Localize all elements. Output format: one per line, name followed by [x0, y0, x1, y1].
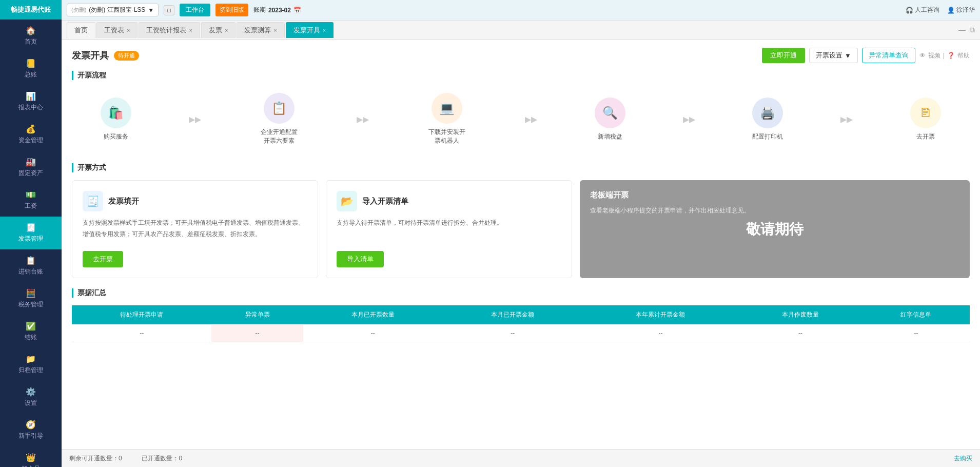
- tab-payroll-table-label: 工资表: [104, 26, 124, 35]
- val-abnormal: --: [211, 324, 303, 342]
- process-step-config[interactable]: 📋 企业开通配置开票六要素: [259, 93, 300, 145]
- tab-invoice-calc-label: 发票测算: [244, 26, 271, 35]
- sidebar-item-reports-label: 报表中心: [18, 103, 43, 112]
- dropdown-arrow-icon: ▼: [845, 52, 851, 60]
- minimize-button[interactable]: —: [958, 26, 966, 34]
- page-header: 发票开具 待开通 立即开通 开票设置 ▼ 异常清单查询 👁 视频 | ❓ 帮助: [72, 48, 970, 63]
- tab-payroll-table-close[interactable]: ×: [127, 27, 130, 33]
- issue-icon: 🖹: [910, 98, 941, 128]
- tab-home[interactable]: 首页: [67, 22, 95, 38]
- col-abnormal: 异常单票: [211, 305, 303, 324]
- tab-payroll-report-close[interactable]: ×: [189, 27, 192, 33]
- old-card-desc: 查看老板端小程序提交的开票申请，并作出相应处理意见。: [590, 205, 959, 217]
- tab-invoice-close[interactable]: ×: [225, 27, 228, 33]
- process-step-printer[interactable]: 🖨️ 配置打印机: [752, 98, 783, 141]
- tab-invoice-issue[interactable]: 发票开具 ×: [286, 22, 334, 38]
- period-info: 账期 2023-02 📅: [253, 6, 301, 14]
- import-invoice-button[interactable]: 导入清单: [337, 251, 384, 267]
- tab-home-label: 首页: [74, 26, 88, 35]
- sidebar-item-home-label: 首页: [25, 37, 37, 46]
- process-step-issue[interactable]: 🖹 去开票: [910, 98, 941, 141]
- summary-table: 待处理开票申请 异常单票 本月已开票数量 本月已开票金额 本年累计开票金额 本月…: [72, 305, 970, 342]
- sidebar-item-invoice[interactable]: 🧾 发票管理: [0, 217, 62, 249]
- import-invoice-desc: 支持导入待开票清单，可对待开票清单进行拆分、合并处理。: [337, 218, 561, 243]
- dropdown-icon: ▼: [148, 7, 154, 14]
- fill-invoice-title: 发票填开: [108, 197, 139, 206]
- import-invoice-card: 📂 导入开票清单 支持导入待开票清单，可对待开票清单进行拆分、合并处理。 导入清…: [326, 180, 572, 278]
- copy-button[interactable]: □: [164, 5, 174, 15]
- user-avatar[interactable]: 👤 徐泽华: [947, 6, 975, 14]
- sidebar-item-reports[interactable]: 📊 报表中心: [0, 85, 62, 118]
- arrow-4: ▶▶: [683, 114, 695, 124]
- ledger-icon: 📒: [26, 59, 36, 68]
- import-invoice-icon: 📂: [337, 191, 357, 211]
- tab-invoice-issue-close[interactable]: ×: [323, 27, 326, 33]
- tab-invoice[interactable]: 发票 ×: [201, 22, 236, 38]
- immediate-open-button[interactable]: 立即开通: [762, 48, 805, 63]
- taxbox-icon: 🔍: [595, 98, 625, 128]
- col-month-amount: 本月已开票金额: [443, 305, 582, 324]
- sidebar-item-settlement[interactable]: ✅ 结账: [0, 315, 62, 348]
- tab-invoice-issue-label: 发票开具: [293, 26, 320, 35]
- assets-icon: 🏭: [26, 157, 36, 167]
- sidebar-item-settings[interactable]: ⚙️ 设置: [0, 381, 62, 414]
- printer-label: 配置打印机: [752, 132, 783, 141]
- calendar-icon[interactable]: 📅: [293, 7, 301, 14]
- process-step-buy[interactable]: 🛍️ 购买服务: [101, 98, 131, 141]
- sidebar-item-funds[interactable]: 💰 资金管理: [0, 118, 62, 151]
- fill-invoice-button[interactable]: 去开票: [83, 251, 123, 267]
- sidebar-item-purchase[interactable]: 📋 进销台账: [0, 249, 62, 282]
- process-step-download[interactable]: 💻 下载并安装开票机器人: [426, 93, 467, 145]
- sidebar-item-payroll[interactable]: 💵 工资: [0, 184, 62, 217]
- fill-card-header: 🧾 发票填开: [83, 191, 307, 211]
- question-icon: ❓: [947, 52, 955, 59]
- topbar-left: (勿删) (勿删) 江西服宝-LSS ▼ □ 工作台 切到旧版 账期 2023-…: [67, 4, 301, 16]
- sidebar-item-ledger[interactable]: 📒 总账: [0, 52, 62, 85]
- download-label: 下载并安装开票机器人: [426, 128, 467, 145]
- col-pending: 待处理开票申请: [72, 305, 211, 324]
- restore-button[interactable]: ⧉: [970, 26, 975, 34]
- tab-invoice-calc[interactable]: 发票测算 ×: [237, 22, 284, 38]
- summary-data-row: -- -- -- -- -- -- --: [72, 324, 970, 342]
- used-label: 已开通数量：0: [142, 455, 182, 462]
- footer-bar: 剩余可开通数量：0 已开通数量：0 去购买: [62, 449, 980, 467]
- buy-link[interactable]: 去购买: [954, 454, 972, 463]
- sidebar-item-settings-label: 设置: [25, 399, 37, 407]
- company-selector[interactable]: (勿删) (勿删) 江西服宝-LSS ▼: [67, 4, 159, 16]
- workbench-button[interactable]: 工作台: [180, 4, 210, 16]
- payroll-icon: 💵: [26, 190, 36, 200]
- old-invoice-card: 老板端开票 查看老板端小程序提交的开票申请，并作出相应处理意见。 敬请期待: [580, 180, 970, 278]
- sidebar-item-funds-label: 资金管理: [18, 136, 43, 145]
- sidebar-item-member[interactable]: 👑 畅会员: [0, 446, 62, 467]
- col-year-amount: 本年累计开票金额: [583, 305, 739, 324]
- page-title-area: 发票开具 待开通: [72, 49, 139, 62]
- window-controls: — ⧉: [958, 26, 975, 34]
- sidebar-item-tax[interactable]: 🧮 税务管理: [0, 282, 62, 315]
- invoice-icon: 🧾: [26, 223, 36, 232]
- tab-payroll-report[interactable]: 工资统计报表 ×: [139, 22, 200, 38]
- tab-invoice-calc-close[interactable]: ×: [273, 27, 277, 33]
- topbar-right: 🎧 人工咨询 👤 徐泽华: [906, 6, 975, 14]
- process-step-taxbox[interactable]: 🔍 新增税盘: [595, 98, 625, 141]
- sidebar-item-settlement-label: 结账: [25, 333, 37, 342]
- member-icon: 👑: [26, 453, 36, 462]
- tab-payroll-table[interactable]: 工资表 ×: [96, 22, 138, 38]
- sidebar-item-home[interactable]: 🏠 首页: [0, 20, 62, 52]
- abnormal-query-button[interactable]: 异常清单查询: [862, 48, 915, 63]
- sidebar-item-assets[interactable]: 🏭 固定资产: [0, 151, 62, 184]
- sidebar-item-guide-label: 新手引导: [18, 432, 43, 440]
- archive-icon: 📁: [26, 354, 36, 364]
- printer-icon: 🖨️: [752, 98, 783, 128]
- switch-version-button[interactable]: 切到旧版: [215, 4, 248, 16]
- sidebar-item-archive[interactable]: 📁 归档管理: [0, 348, 62, 381]
- download-icon: 💻: [432, 93, 462, 124]
- tab-payroll-report-label: 工资统计报表: [146, 26, 186, 35]
- settings-button[interactable]: 开票设置 ▼: [809, 48, 858, 63]
- sidebar-item-guide[interactable]: 🧭 新手引导: [0, 414, 62, 446]
- support-link[interactable]: 🎧 人工咨询: [906, 6, 939, 14]
- summary-section-title: 票据汇总: [72, 288, 970, 298]
- val-year-amount: --: [583, 324, 739, 342]
- avatar-icon: 👤: [947, 7, 955, 14]
- val-month-count: --: [303, 324, 443, 342]
- val-red: --: [862, 324, 970, 342]
